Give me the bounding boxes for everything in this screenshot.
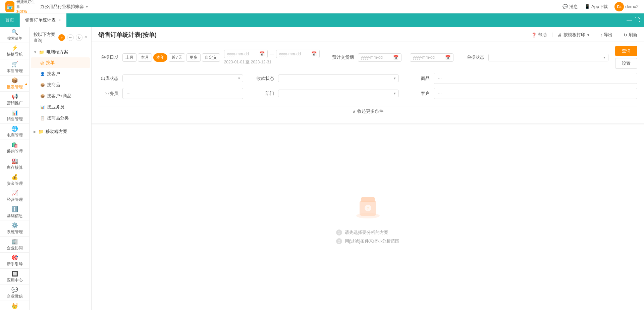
export-icon: ↑ bbox=[600, 33, 603, 38]
minimize-icon[interactable]: — bbox=[627, 17, 632, 23]
filter-row-2: 出库状态 ▾ 收款状态 ▾ 商品 ··· bbox=[98, 73, 637, 84]
forecast-end-input[interactable]: yyyy-mm-dd 📅 bbox=[410, 53, 453, 62]
period-custom[interactable]: 自定义 bbox=[202, 53, 220, 62]
ship-status-select[interactable]: ▾ bbox=[122, 74, 243, 82]
folder-icon-mobile: 📁 bbox=[38, 129, 44, 134]
tab-close-icon[interactable]: × bbox=[58, 18, 61, 22]
sidebar-item-wholesale[interactable]: 📦 批发管理 ▲ bbox=[0, 75, 29, 92]
sidebar-item-member[interactable]: 👑 畅会员 bbox=[0, 301, 29, 310]
sidebar-item-sales[interactable]: 📊 销售管理 bbox=[0, 108, 29, 124]
settings-btn[interactable]: 设置 bbox=[615, 58, 637, 69]
goods-select[interactable]: ··· bbox=[434, 73, 637, 84]
tree-child-by-customer[interactable]: 👤 按客户 bbox=[31, 68, 90, 79]
forecast-date-picker: yyyy-mm-dd 📅 — yyyy-mm-dd 📅 bbox=[358, 53, 453, 62]
finance-icon: 💰 bbox=[11, 174, 18, 180]
dept-label: 部门 bbox=[254, 91, 274, 97]
collapse-panel-btn[interactable]: « bbox=[85, 34, 87, 41]
wholesale-icon: 📦 bbox=[11, 77, 18, 84]
sales-icon: 📊 bbox=[11, 109, 18, 116]
sidebar-item-basic[interactable]: ℹ️ 基础信息 bbox=[0, 204, 29, 220]
action-divider-3 bbox=[618, 33, 618, 37]
customer-dots-icon[interactable]: ··· bbox=[437, 90, 443, 97]
tree-root-mobile[interactable]: ▶ 📁 移动端方案 bbox=[30, 126, 91, 137]
refresh-icon: ↻ bbox=[624, 33, 627, 38]
sidebar-item-system[interactable]: ⚙️ 系统管理 bbox=[0, 220, 29, 237]
customer-select[interactable]: ··· bbox=[434, 88, 637, 99]
pay-select-arrow: ▾ bbox=[394, 76, 396, 81]
page-title: 销售订单统计表(按单) bbox=[98, 31, 531, 39]
sidebar-item-operation[interactable]: 📈 经营管理 bbox=[0, 188, 29, 204]
user-profile[interactable]: Ea demo2 bbox=[614, 2, 639, 11]
edit-plan-btn[interactable]: ✏ bbox=[67, 34, 74, 41]
sidebar-item-search-menu[interactable]: 🔍 搜索菜单 bbox=[0, 27, 29, 43]
help-icon: ❓ bbox=[531, 33, 537, 38]
salesperson-dots-icon[interactable]: ··· bbox=[125, 90, 132, 97]
tree-child-by-salesperson[interactable]: 📊 按业务员 bbox=[31, 102, 90, 112]
date-end-input[interactable]: yyyy-mm-dd 📅 bbox=[276, 50, 320, 58]
tree-child-by-cust-goods[interactable]: 📦 按客户+商品 bbox=[31, 91, 90, 101]
tree-child-by-order[interactable]: ◎ 按单 bbox=[31, 57, 90, 68]
template-print-btn[interactable]: 🖨 按模板打印 ▾ bbox=[558, 32, 589, 38]
tree-root-pc[interactable]: ▼ 📁 电脑端方案 bbox=[30, 47, 91, 57]
tab-sales-stats[interactable]: 销售订单统计表 × bbox=[20, 13, 66, 27]
status-select[interactable]: ▾ bbox=[488, 54, 608, 61]
sidebar-item-newbie[interactable]: 🎯 新手引导 bbox=[0, 253, 29, 269]
sidebar-item-quick-nav[interactable]: ⚡ 快捷导航 bbox=[0, 43, 29, 59]
member-icon: 👑 bbox=[11, 303, 18, 309]
sidebar-item-ecommerce[interactable]: 🌐 电商管理 bbox=[0, 124, 29, 140]
sidebar-item-apps[interactable]: 🔲 应用中心 bbox=[0, 269, 29, 285]
goods-dots-icon[interactable]: ··· bbox=[437, 74, 443, 82]
collapse-icon: ∧ bbox=[353, 109, 356, 114]
date-start-input[interactable]: yyyy-mm-dd 📅 bbox=[224, 50, 268, 58]
period-more[interactable]: 更多 bbox=[186, 53, 201, 62]
export-btn[interactable]: ↑ 导出 bbox=[600, 32, 613, 38]
period-last7days[interactable]: 近7天 bbox=[169, 53, 185, 62]
sidebar-item-enterprise[interactable]: 🏢 企业协同 bbox=[0, 237, 29, 253]
by-goods-icon: 📦 bbox=[40, 83, 45, 87]
content-area: 销售订单统计表(按单) ❓ 帮助 🖨 按模板打印 ▾ ↑ 导出 bbox=[92, 27, 644, 310]
period-last-month[interactable]: 上月 bbox=[122, 53, 137, 62]
left-panel-actions: + ✏ ↻ « bbox=[58, 34, 87, 41]
tab-home[interactable]: 首页 bbox=[0, 13, 20, 27]
pay-status-select[interactable]: ▾ bbox=[278, 74, 399, 82]
app-download-btn[interactable]: 📱 App下载 bbox=[585, 4, 608, 10]
sidebar-item-wechat[interactable]: 💬 企业微信 bbox=[0, 285, 29, 301]
tree-child-by-category[interactable]: 📋 按商品分类 bbox=[31, 113, 90, 123]
left-panel-header: 按以下方案查询 + ✏ ↻ « bbox=[30, 30, 91, 46]
by-category-icon: 📋 bbox=[40, 116, 45, 120]
inventory-icon: 🏭 bbox=[11, 158, 18, 164]
sidebar-item-purchase[interactable]: 🛍️ 采购管理 bbox=[0, 140, 29, 156]
operation-icon: 📈 bbox=[11, 190, 18, 196]
help-btn[interactable]: ❓ 帮助 bbox=[531, 32, 547, 38]
add-plan-btn[interactable]: + bbox=[58, 34, 65, 41]
forecast-start-input[interactable]: yyyy-mm-dd 📅 bbox=[358, 53, 401, 62]
sidebar: 🔍 搜索菜单 ⚡ 快捷导航 🛒 零售管理 📦 批发管理 ▲ 📢 营销推广 📊 销… bbox=[0, 27, 30, 310]
page-title-arrow[interactable]: ▾ bbox=[86, 4, 88, 9]
dept-select-arrow: ▾ bbox=[394, 91, 396, 96]
period-this-month[interactable]: 本月 bbox=[138, 53, 152, 62]
by-salesperson-icon: 📊 bbox=[40, 105, 45, 109]
newbie-icon: 🎯 bbox=[11, 254, 18, 261]
period-this-year[interactable]: 本年 bbox=[153, 53, 167, 62]
sidebar-item-finance[interactable]: 💰 资金管理 bbox=[0, 172, 29, 188]
tree-child-by-goods[interactable]: 📦 按商品 bbox=[31, 80, 90, 90]
sidebar-item-inventory[interactable]: 🏭 库存核算 bbox=[0, 156, 29, 172]
maximize-icon[interactable]: ⛶ bbox=[635, 17, 640, 23]
system-icon: ⚙️ bbox=[11, 222, 18, 228]
collapse-btn[interactable]: ∧ 收起更多条件 bbox=[98, 106, 637, 116]
salesperson-select[interactable]: ··· bbox=[122, 88, 243, 99]
dept-select[interactable]: ▾ bbox=[278, 90, 399, 97]
sidebar-item-marketing[interactable]: 📢 营销推广 bbox=[0, 92, 29, 108]
refresh-plan-btn[interactable]: ↻ bbox=[76, 34, 83, 41]
tab-bar: 首页 销售订单统计表 × — ⛶ bbox=[0, 13, 644, 27]
tab-window-actions: — ⛶ bbox=[623, 17, 644, 23]
ship-select-arrow: ▾ bbox=[238, 76, 240, 81]
refresh-btn[interactable]: ↻ 刷新 bbox=[624, 32, 637, 38]
purchase-icon: 🛍️ bbox=[11, 142, 18, 148]
sidebar-item-retail[interactable]: 🛒 零售管理 bbox=[0, 59, 29, 75]
collapse-area: ∧ 收起更多条件 bbox=[98, 103, 637, 116]
logo-area: 🏪 畅捷通好生意 标准版 bbox=[5, 0, 35, 14]
search-btn[interactable]: 查询 bbox=[615, 46, 637, 56]
message-btn[interactable]: 💬 消息 bbox=[562, 4, 578, 10]
date-end-icon: 📅 bbox=[311, 51, 317, 56]
